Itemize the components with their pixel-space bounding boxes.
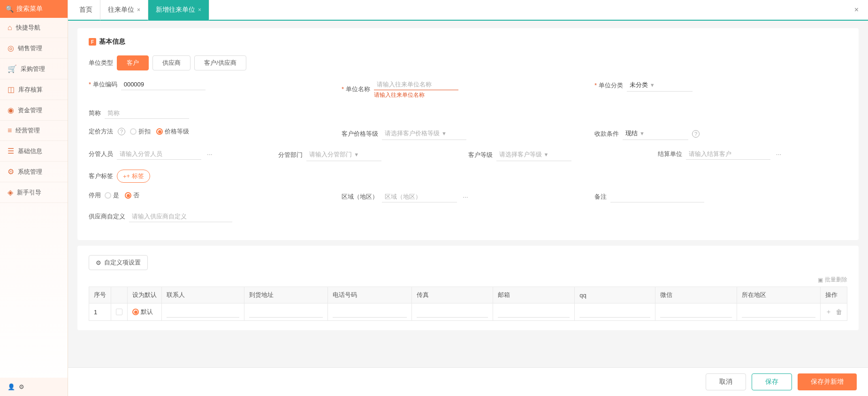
short-name-group: 简称 bbox=[89, 108, 847, 119]
department-select[interactable]: 请输入分管部门 ▼ bbox=[306, 148, 381, 161]
settings-gear-icon: ⚙ bbox=[96, 259, 101, 266]
customer-level-select[interactable]: 请选择客户等级 ▼ bbox=[496, 148, 571, 161]
cell-region[interactable] bbox=[737, 303, 820, 321]
cell-qq[interactable] bbox=[575, 303, 655, 321]
cell-checkbox[interactable] bbox=[111, 303, 128, 321]
col-address: 到货地址 bbox=[244, 287, 328, 303]
tab-home[interactable]: 首页 bbox=[72, 0, 100, 20]
unit-type-customer-btn[interactable]: 客户 bbox=[117, 55, 149, 70]
unit-type-supplier-btn[interactable]: 供应商 bbox=[152, 55, 190, 70]
pricing-method-group: 定价方法 ? 折扣 价格等级 bbox=[89, 127, 342, 136]
unit-code-input[interactable] bbox=[121, 79, 206, 90]
address-input[interactable] bbox=[249, 306, 323, 318]
email-input[interactable] bbox=[498, 306, 570, 318]
pricing-method-label: 定价方法 bbox=[89, 127, 113, 136]
add-row-icon[interactable]: ＋ bbox=[825, 308, 832, 316]
system-icon: ⚙ bbox=[8, 167, 14, 176]
remark-group: 备注 bbox=[594, 191, 847, 202]
phone-input[interactable] bbox=[333, 306, 406, 318]
save-button[interactable]: 保存 bbox=[752, 373, 792, 390]
supplier-custom-group: 供应商自定义 bbox=[89, 211, 847, 222]
sidebar-item-finance[interactable]: ◉ 资金管理 bbox=[0, 100, 68, 121]
cell-email[interactable] bbox=[493, 303, 575, 321]
department-label: 分管部门 bbox=[278, 151, 303, 159]
cell-phone[interactable] bbox=[328, 303, 411, 321]
pricing-discount-radio[interactable]: 折扣 bbox=[130, 127, 151, 136]
disabled-no-radio[interactable]: 否 bbox=[125, 191, 139, 200]
sales-icon: ◎ bbox=[8, 44, 14, 53]
save-new-button[interactable]: 保存并新增 bbox=[798, 373, 857, 390]
delete-row-icon[interactable]: 🗑 bbox=[836, 308, 842, 316]
col-default: 设为默认 bbox=[128, 287, 162, 303]
tab-new-partner[interactable]: 新增往来单位 × bbox=[148, 0, 209, 20]
pricing-help-icon[interactable]: ? bbox=[118, 128, 125, 135]
sidebar-item-quick-nav[interactable]: ⌂ 快捷导航 bbox=[0, 18, 68, 38]
guide-icon: ◈ bbox=[8, 188, 13, 197]
unit-category-select[interactable]: 未分类 ▼ bbox=[627, 79, 693, 92]
settlement-unit-dots-btn[interactable]: ··· bbox=[774, 150, 784, 158]
region-input[interactable] bbox=[382, 191, 457, 202]
sidebar-item-guide[interactable]: ◈ 新手引导 bbox=[0, 182, 68, 203]
sidebar: 🔍 搜索菜单 ⌂ 快捷导航 ◎ 销售管理 🛒 采购管理 ◫ 库存核算 ◉ 资金管… bbox=[0, 0, 68, 396]
unit-type-both-btn[interactable]: 客户/供应商 bbox=[194, 55, 246, 70]
close-window-button[interactable]: × bbox=[849, 6, 864, 14]
short-name-row: 简称 bbox=[89, 108, 847, 119]
disabled-region-row: 停用 是 否 区域（地区） ··· bbox=[89, 191, 847, 202]
add-tag-button[interactable]: + + 标签 bbox=[117, 170, 150, 183]
customer-price-level-select[interactable]: 请选择客户价格等级 ▼ bbox=[382, 127, 466, 140]
table-header-row: 序号 设为默认 联系人 到货地址 电话号码 传真 邮箱 qq 微信 所在地区 操… bbox=[89, 287, 847, 303]
pricing-level-radio[interactable]: 价格等级 bbox=[156, 127, 189, 136]
sidebar-item-inventory[interactable]: ◫ 库存核算 bbox=[0, 79, 68, 100]
region-table-input[interactable] bbox=[742, 306, 815, 318]
payment-terms-select[interactable]: 现结 ▼ bbox=[623, 127, 688, 140]
custom-settings-btn[interactable]: ⚙ 自定义项设置 bbox=[89, 255, 148, 270]
col-region: 所在地区 bbox=[737, 287, 820, 303]
wechat-input[interactable] bbox=[660, 306, 732, 318]
qq-input[interactable] bbox=[579, 306, 650, 318]
search-menu-button[interactable]: 🔍 搜索菜单 bbox=[0, 0, 68, 18]
sidebar-item-purchase[interactable]: 🛒 采购管理 bbox=[0, 59, 68, 79]
sidebar-item-system[interactable]: ⚙ 系统管理 bbox=[0, 162, 68, 182]
operations-icon: ≡ bbox=[8, 126, 12, 135]
remark-label: 备注 bbox=[594, 193, 607, 201]
department-group: 分管部门 请输入分管部门 ▼ bbox=[278, 148, 468, 161]
close-new-partner-tab[interactable]: × bbox=[198, 7, 201, 13]
cancel-button[interactable]: 取消 bbox=[706, 373, 746, 390]
cell-address[interactable] bbox=[244, 303, 328, 321]
remark-input[interactable] bbox=[610, 191, 704, 202]
contact-input[interactable] bbox=[167, 306, 239, 318]
cell-default: 默认 bbox=[128, 303, 162, 321]
pricing-level-radio-circle bbox=[156, 128, 163, 135]
disabled-yes-circle bbox=[105, 192, 111, 199]
batch-delete-btn[interactable]: ▣ 批量删除 bbox=[89, 276, 847, 284]
table-card: ⚙ 自定义项设置 ▣ 批量删除 序号 设为默认 联系人 到货地址 电话号码 传真 bbox=[77, 246, 859, 330]
short-name-input[interactable] bbox=[105, 108, 189, 119]
row-checkbox[interactable] bbox=[116, 309, 122, 315]
sidebar-item-operations[interactable]: ≡ 经营管理 bbox=[0, 121, 68, 141]
sidebar-item-basic-info[interactable]: ☰ 基础信息 bbox=[0, 141, 68, 162]
sidebar-item-sales[interactable]: ◎ 销售管理 bbox=[0, 38, 68, 59]
customer-tag-row: 客户标签 + + 标签 bbox=[89, 170, 847, 183]
supplier-custom-input[interactable] bbox=[129, 211, 232, 222]
sidebar-bottom[interactable]: 👤 ⚙ bbox=[0, 378, 68, 396]
supervisor-input[interactable] bbox=[117, 148, 201, 160]
cell-fax[interactable] bbox=[411, 303, 493, 321]
tab-partner[interactable]: 往来单位 × bbox=[100, 0, 148, 20]
disabled-no-circle bbox=[125, 192, 131, 199]
region-dots-btn[interactable]: ··· bbox=[461, 193, 470, 201]
unit-name-input[interactable] bbox=[374, 79, 458, 90]
cell-contact[interactable] bbox=[162, 303, 244, 321]
settlement-unit-input[interactable] bbox=[686, 148, 770, 160]
contact-table: 序号 设为默认 联系人 到货地址 电话号码 传真 邮箱 qq 微信 所在地区 操… bbox=[89, 287, 847, 321]
payment-terms-chevron: ▼ bbox=[640, 131, 645, 136]
fax-input[interactable] bbox=[417, 306, 488, 318]
supervisor-dots-btn[interactable]: ··· bbox=[205, 150, 214, 158]
default-radio[interactable]: 默认 bbox=[132, 308, 157, 316]
close-partner-tab[interactable]: × bbox=[137, 7, 140, 13]
cell-wechat[interactable] bbox=[655, 303, 737, 321]
payment-terms-help-icon[interactable]: ? bbox=[692, 130, 700, 138]
disabled-yes-radio[interactable]: 是 bbox=[105, 191, 119, 200]
customer-level-label: 客户等级 bbox=[468, 151, 493, 159]
payment-terms-group: 收款条件 现结 ▼ ? bbox=[594, 127, 847, 140]
supplier-custom-row: 供应商自定义 bbox=[89, 211, 847, 222]
